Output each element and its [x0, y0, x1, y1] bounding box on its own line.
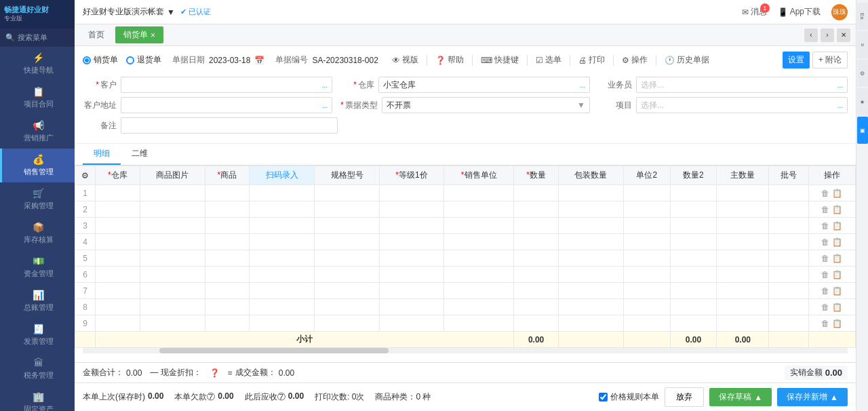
row-price[interactable] — [380, 218, 444, 234]
row-qty2[interactable] — [670, 185, 717, 201]
copy-row-icon[interactable]: 📋 — [832, 254, 842, 263]
message-button[interactable]: ✉ 消息 1 — [742, 6, 767, 18]
toolbar-history-button[interactable]: 🕐历史单据 — [662, 53, 712, 67]
row-unit2[interactable] — [623, 234, 670, 250]
attach-button[interactable]: + 附论 — [812, 52, 848, 68]
date-value[interactable]: 2023-03-18 — [209, 56, 250, 65]
salesperson-input[interactable]: 选择... ... — [636, 77, 848, 93]
row-unit2[interactable] — [623, 201, 670, 218]
row-unit2[interactable] — [623, 267, 670, 283]
row-product[interactable] — [205, 267, 250, 283]
row-warehouse[interactable] — [96, 315, 140, 332]
row-warehouse[interactable] — [96, 185, 140, 201]
settings-button[interactable]: 设置 — [783, 52, 810, 68]
row-unit[interactable] — [444, 201, 514, 218]
sidebar-item-nav[interactable]: ⚡ 快捷导航 — [0, 47, 75, 81]
app-download-button[interactable]: 📱 App下载 — [778, 6, 821, 18]
row-scan[interactable] — [250, 201, 315, 218]
row-spec[interactable] — [315, 267, 380, 283]
row-qty[interactable] — [514, 315, 559, 332]
number-value[interactable]: SA-20230318-002 — [312, 56, 378, 65]
row-pack[interactable] — [558, 283, 623, 299]
delete-row-icon[interactable]: 🗑 — [821, 319, 829, 328]
delete-row-icon[interactable]: 🗑 — [821, 237, 829, 247]
row-product[interactable] — [205, 201, 250, 218]
row-unit2[interactable] — [623, 250, 670, 267]
row-product[interactable] — [205, 185, 250, 201]
row-pack[interactable] — [558, 201, 623, 218]
row-unit2[interactable] — [623, 315, 670, 332]
row-spec[interactable] — [315, 299, 380, 315]
row-warehouse[interactable] — [96, 283, 140, 299]
radio-sale[interactable]: 销货单 — [83, 54, 118, 66]
copy-row-icon[interactable]: 📋 — [832, 302, 842, 312]
row-unit[interactable] — [444, 234, 514, 250]
sub-tab-2d[interactable]: 二维 — [121, 144, 159, 165]
row-spec[interactable] — [315, 218, 380, 234]
tab-prev-button[interactable]: ‹ — [804, 28, 818, 42]
customer-input[interactable]: ... — [121, 77, 332, 93]
horizontal-scrollbar[interactable] — [83, 348, 848, 353]
row-unit2[interactable] — [623, 185, 670, 201]
row-price[interactable] — [380, 267, 444, 283]
row-qty[interactable] — [514, 234, 559, 250]
row-price[interactable] — [380, 234, 444, 250]
row-main-qty[interactable] — [717, 299, 769, 315]
row-qty2[interactable] — [670, 218, 717, 234]
copy-row-icon[interactable]: 📋 — [832, 270, 842, 279]
row-unit[interactable] — [444, 299, 514, 315]
row-unit2[interactable] — [623, 299, 670, 315]
row-qty[interactable] — [514, 299, 559, 315]
row-qty2[interactable] — [670, 315, 717, 332]
delete-row-icon[interactable]: 🗑 — [821, 189, 829, 198]
row-product[interactable] — [205, 299, 250, 315]
row-batch[interactable] — [769, 185, 808, 201]
row-price[interactable] — [380, 185, 444, 201]
toolbar-view-button[interactable]: 👁视版 — [389, 53, 421, 67]
row-scan[interactable] — [250, 185, 315, 201]
row-scan[interactable] — [250, 218, 315, 234]
row-pack[interactable] — [558, 218, 623, 234]
row-scan[interactable] — [250, 250, 315, 267]
col-scan[interactable]: 扫码录入 — [250, 166, 315, 185]
row-product[interactable] — [205, 218, 250, 234]
row-qty2[interactable] — [670, 283, 717, 299]
price-rule-check-input[interactable] — [599, 393, 608, 402]
toolbar-operate-button[interactable]: ⚙操作 — [619, 53, 650, 67]
copy-row-icon[interactable]: 📋 — [832, 319, 842, 328]
row-unit[interactable] — [444, 218, 514, 234]
row-batch[interactable] — [769, 201, 808, 218]
sidebar-item-tax[interactable]: 🏛 税务管理 — [0, 352, 75, 386]
tab-close-icon[interactable]: × — [151, 31, 155, 40]
row-pack[interactable] — [558, 185, 623, 201]
user-avatar[interactable]: 珠珠 — [831, 4, 848, 20]
scrollbar-thumb[interactable] — [159, 348, 389, 353]
row-product[interactable] — [205, 234, 250, 250]
tab-next-button[interactable]: › — [821, 28, 834, 42]
row-main-qty[interactable] — [717, 218, 769, 234]
row-spec[interactable] — [315, 201, 380, 218]
row-qty[interactable] — [514, 283, 559, 299]
row-price[interactable] — [380, 250, 444, 267]
save-new-button[interactable]: 保存并新增 ▲ — [777, 388, 848, 406]
row-pack[interactable] — [558, 250, 623, 267]
row-main-qty[interactable] — [717, 234, 769, 250]
right-panel-btn5[interactable]: ▣ — [857, 117, 868, 144]
row-batch[interactable] — [769, 234, 808, 250]
row-product[interactable] — [205, 283, 250, 299]
row-qty2[interactable] — [670, 299, 717, 315]
row-pack[interactable] — [558, 315, 623, 332]
row-scan[interactable] — [250, 283, 315, 299]
tab-close-button[interactable]: ✕ — [837, 28, 850, 42]
sidebar-item-ledger[interactable]: 📊 总账管理 — [0, 284, 75, 318]
row-pack[interactable] — [558, 299, 623, 315]
right-panel-btn1[interactable]: Ea — [857, 3, 868, 30]
row-main-qty[interactable] — [717, 250, 769, 267]
row-price[interactable] — [380, 315, 444, 332]
abandon-button[interactable]: 放弃 — [665, 387, 704, 407]
sub-tab-detail[interactable]: 明细 — [83, 144, 121, 165]
row-qty2[interactable] — [670, 234, 717, 250]
row-unit2[interactable] — [623, 218, 670, 234]
calendar-icon[interactable]: 📅 — [254, 56, 264, 65]
row-main-qty[interactable] — [717, 283, 769, 299]
